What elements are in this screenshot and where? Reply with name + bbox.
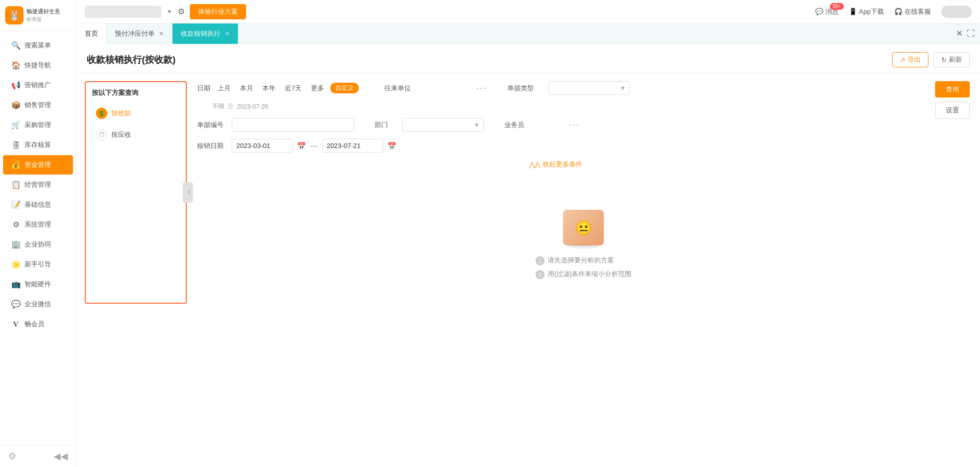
filter-form: 日期 上月 本月 本年 近7天 更多 自定义 <box>187 73 980 312</box>
this-year-btn[interactable]: 本年 <box>259 83 279 94</box>
tab-prepay-close[interactable]: ✕ <box>159 30 164 37</box>
system-icon: ⚙ <box>11 220 20 229</box>
filter-option-collection[interactable]: 💲 按收款 <box>86 103 186 124</box>
sidebar-item-quick[interactable]: 🏠 快捷导航 <box>3 56 73 75</box>
verify-date-end-input[interactable] <box>322 139 383 153</box>
sidebar: 🐰 畅捷通好生意 标准版 🔍 搜索菜单 🏠 快捷导航 📢 营销推广 📦 销售管理… <box>0 0 77 467</box>
sales-icon: 📦 <box>11 101 20 110</box>
tab-collection[interactable]: 收款核销执行 ✕ <box>173 23 238 44</box>
empty-illustration: 😐 <box>558 200 609 245</box>
date-to-label: 至 <box>228 102 234 111</box>
more-date-btn[interactable]: 更多 <box>308 83 327 94</box>
online-service-area[interactable]: 🎧 在线客服 <box>894 7 931 16</box>
department-label: 部门 <box>375 120 388 130</box>
salesman-label: 业务员 <box>504 120 524 130</box>
user-area <box>941 6 972 18</box>
filter-row-1: 日期 上月 本月 本年 近7天 更多 自定义 <box>197 81 915 95</box>
operations-icon: 📋 <box>11 180 20 189</box>
top-left: ▼ ⚙ 体验行业方案 <box>85 4 246 19</box>
panel-collapse-btn[interactable]: 《 <box>183 182 193 203</box>
date-filter: 上月 本月 本年 近7天 更多 自定义 <box>214 83 359 94</box>
basic-icon: 📝 <box>11 200 20 209</box>
finance-icon: 💰 <box>11 160 20 169</box>
content-body: 按以下方案查询 💲 按收款 ⏱ 按应收 《 <box>77 73 980 312</box>
tab-collection-close[interactable]: ✕ <box>225 30 230 37</box>
filter-option-receivable[interactable]: ⏱ 按应收 <box>86 124 186 145</box>
filter-action-buttons: 查询 设置 <box>925 81 970 119</box>
page-header: 收款核销执行(按收款) ↗ 导出 ↻ 刷新 <box>77 44 980 73</box>
refresh-button[interactable]: ↻ 刷新 <box>934 52 970 67</box>
collapse-sidebar-icon[interactable]: ◀◀ <box>54 451 68 462</box>
department-select[interactable] <box>402 118 484 132</box>
empty-face: 😐 <box>575 219 593 236</box>
verify-date-start-cal[interactable]: 📅 <box>297 142 306 150</box>
more-conditions-row: ⋀⋀ 收起更多条件 <box>197 160 915 169</box>
collapse-conditions-btn[interactable]: ⋀⋀ 收起更多条件 <box>529 160 582 169</box>
sidebar-item-guide[interactable]: 🌟 新手引导 <box>3 255 73 274</box>
sidebar-item-wechat[interactable]: 💬 企业微信 <box>3 294 73 314</box>
service-icon: 🎧 <box>894 8 902 15</box>
salesman-picker-btn[interactable]: ··· <box>569 119 580 130</box>
empty-tips: 1 请先选择要分析的方案 2 用[过滤]条件来缩小分析范围 <box>535 256 631 283</box>
expand-tab-icon[interactable]: ⛶ <box>967 29 975 38</box>
sidebar-item-sales[interactable]: 📦 销售管理 <box>3 95 73 115</box>
sidebar-bottom: ⚙ ◀◀ <box>0 445 76 467</box>
settings-bottom-icon[interactable]: ⚙ <box>8 451 16 462</box>
sidebar-item-purchase[interactable]: 🛒 采购管理 <box>3 115 73 135</box>
sidebar-nav: 🔍 搜索菜单 🏠 快捷导航 📢 营销推广 📦 销售管理 🛒 采购管理 🗄 库存核… <box>0 31 76 445</box>
sidebar-item-search[interactable]: 🔍 搜索菜单 <box>3 36 73 55</box>
salesman-field: 业务员 ··· <box>504 119 580 130</box>
voucher-no-input[interactable] <box>232 118 354 132</box>
verify-date-end-cal[interactable]: 📅 <box>387 142 396 150</box>
sidebar-item-finance[interactable]: 💰 资金管理 <box>3 155 73 175</box>
counterparty-label: 往来单位 <box>384 84 411 93</box>
export-button[interactable]: ↗ 导出 <box>892 52 928 67</box>
sidebar-item-hardware[interactable]: 📺 智能硬件 <box>3 275 73 294</box>
this-month-btn[interactable]: 本月 <box>237 83 256 94</box>
filter-panel-title: 按以下方案查询 <box>86 88 186 103</box>
dropdown-icon[interactable]: ▼ <box>166 8 173 15</box>
verify-date-dash: — <box>310 141 318 151</box>
query-button[interactable]: 查询 <box>935 81 970 97</box>
sidebar-item-marketing[interactable]: 📢 营销推广 <box>3 76 73 95</box>
message-badge: 99+ <box>830 3 844 10</box>
empty-tip-2: 2 用[过滤]条件来缩小分析范围 <box>535 269 631 279</box>
empty-tip-1: 1 请先选择要分析的方案 <box>535 256 631 265</box>
empty-state: 😐 1 请先选择要分析的方案 2 用[过滤]条件来缩小分析范围 <box>197 169 970 304</box>
sidebar-item-system[interactable]: ⚙ 系统管理 <box>3 215 73 234</box>
top-right: 💬 消息 99+ 📱 App下载 🎧 在线客服 <box>815 6 972 18</box>
guide-icon: 🌟 <box>11 260 20 269</box>
close-all-tabs-icon[interactable]: ✕ <box>956 29 963 38</box>
empty-box: 😐 <box>563 210 604 245</box>
marketing-icon: 📢 <box>11 81 20 90</box>
settings-button[interactable]: 设置 <box>935 102 970 119</box>
message-area[interactable]: 💬 消息 99+ <box>815 7 839 16</box>
custom-date-btn[interactable]: 自定义 <box>330 83 359 93</box>
message-icon: 💬 <box>815 8 823 15</box>
verify-date-start-input[interactable] <box>232 139 293 153</box>
voucher-type-select[interactable] <box>548 81 630 95</box>
industry-btn[interactable]: 体验行业方案 <box>190 4 246 19</box>
sidebar-item-member[interactable]: V 畅会员 <box>3 314 73 334</box>
last-month-btn[interactable]: 上月 <box>214 83 234 94</box>
page-content: 收款核销执行(按收款) ↗ 导出 ↻ 刷新 按以下方案查询 💲 按收款 <box>77 44 980 467</box>
sidebar-item-inventory[interactable]: 🗄 库存核算 <box>3 135 73 155</box>
tab-prepay[interactable]: 预付冲应付单 ✕ <box>107 23 173 44</box>
sidebar-item-enterprise[interactable]: 🏢 企业协同 <box>3 235 73 254</box>
tab-home[interactable]: 首页 <box>77 23 107 44</box>
voucher-type-field: 单据类型 ▼ <box>507 81 630 95</box>
collapse-up-icon: ⋀⋀ <box>529 161 541 168</box>
app-name-display <box>85 6 161 18</box>
filter-row-2: 单据编号 部门 ▼ <box>197 118 915 132</box>
sidebar-item-operations[interactable]: 📋 经营管理 <box>3 175 73 194</box>
purchase-icon: 🛒 <box>11 120 20 130</box>
last-7days-btn[interactable]: 近7天 <box>282 83 305 94</box>
app-download-area[interactable]: 📱 App下载 <box>849 7 884 16</box>
tip-num-1: 1 <box>535 256 545 265</box>
counterparty-picker-btn[interactable]: ··· <box>476 83 487 93</box>
sidebar-item-basic[interactable]: 📝 基础信息 <box>3 195 73 214</box>
inventory-icon: 🗄 <box>11 141 20 150</box>
wechat-icon: 💬 <box>11 300 20 309</box>
sidebar-logo: 🐰 畅捷通好生意 标准版 <box>0 0 76 31</box>
gear-icon[interactable]: ⚙ <box>178 7 185 16</box>
